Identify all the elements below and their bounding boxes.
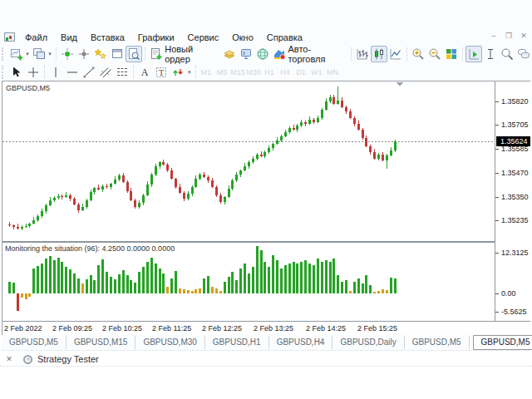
ibeam-icon <box>484 47 497 61</box>
line-chart-mode-button[interactable] <box>387 46 404 62</box>
chevron-down-icon: ▾ <box>26 51 29 57</box>
data-window-button[interactable] <box>482 46 499 62</box>
restore-button[interactable]: ❐ <box>504 32 514 40</box>
autotrading-button[interactable]: Авто-торговля <box>271 46 348 62</box>
objects-button[interactable] <box>92 46 109 62</box>
label-tool-button[interactable]: T <box>153 64 170 81</box>
text-tool-button[interactable]: A <box>136 64 153 81</box>
trendline-button[interactable] <box>81 64 97 81</box>
period-w1-button[interactable]: W1 <box>309 66 325 79</box>
chart-window: GBPUSD,M5 Monitoring the situation (96):… <box>2 81 530 335</box>
chart-tab-gbpusd-daily[interactable]: GBPUSD,Daily <box>332 336 404 349</box>
bar-chart-mode-button[interactable] <box>354 46 371 62</box>
horizontal-line-button[interactable] <box>64 64 81 81</box>
metaeditor-button[interactable] <box>238 46 254 62</box>
globe-icon <box>256 47 269 61</box>
chart-tab-gbpusd-m15[interactable]: GBPUSD,M15 <box>66 336 135 349</box>
price-tick: 1.35820 <box>501 97 529 106</box>
period-m30-button[interactable]: M30 <box>246 66 262 79</box>
menu-window[interactable]: Окно <box>225 32 260 43</box>
gear-icon <box>23 355 32 364</box>
time-tick: 2 Feb 13:25 <box>254 324 293 332</box>
chart-drag-button[interactable] <box>59 46 76 62</box>
channel-button[interactable] <box>97 64 114 81</box>
menu-view[interactable]: Вид <box>54 32 84 43</box>
arrows-tool-button[interactable]: ▾ <box>170 64 193 81</box>
cursor-button[interactable] <box>8 64 25 81</box>
indicator-pane[interactable]: Monitoring the situation (96): 4.2500 0.… <box>2 243 495 321</box>
time-tick: 2 Feb 2022 <box>4 324 42 332</box>
menu-bar: Файл Вид Вставка Графики Сервис Окно Спр… <box>0 30 532 44</box>
crosshair-icon <box>27 66 40 79</box>
search-button[interactable] <box>499 46 515 62</box>
chart-tab-gbpusd-m5-2[interactable]: GBPUSD,M5 <box>405 336 470 349</box>
period-m15-button[interactable]: M15 <box>230 66 246 79</box>
menu-tools[interactable]: Сервис <box>181 32 226 43</box>
toolbar-grip[interactable] <box>2 47 6 61</box>
chat-icon <box>517 47 530 61</box>
price-axis[interactable]: 1.35820 1.35705 1.35585 1.35470 1.35350 … <box>495 81 530 321</box>
magnifier-page-icon <box>127 47 140 61</box>
vertical-line-icon <box>49 66 62 79</box>
candlestick-chart <box>2 81 495 241</box>
vertical-line-button[interactable] <box>47 64 64 81</box>
chat-button[interactable] <box>515 46 532 62</box>
profiles-button[interactable]: ▾ <box>31 46 53 62</box>
fibonacci-button[interactable] <box>114 64 131 81</box>
current-price-tag: 1.35624 <box>496 136 530 146</box>
candlestick-mode-button[interactable] <box>371 46 387 62</box>
chevron-down-icon: ▾ <box>48 51 52 57</box>
chart-tab-gbpusd-m5[interactable]: GBPUSD,M5 <box>2 336 66 349</box>
chart-tab-gbpusd-h1[interactable]: GBPUSD,H1 <box>205 336 269 349</box>
period-m1-button[interactable]: M1 <box>199 66 214 79</box>
svg-text:A: A <box>141 66 149 78</box>
tile-windows-button[interactable] <box>443 46 460 62</box>
indicator-label: Monitoring the situation (96): 4.2500 0.… <box>5 244 175 253</box>
menu-help[interactable]: Справка <box>260 32 309 43</box>
menu-charts[interactable]: Графики <box>131 32 181 43</box>
strategy-tester-label: Strategy Tester <box>37 354 99 364</box>
toolbar-separator <box>195 66 196 79</box>
period-m5-button[interactable]: M5 <box>214 66 230 79</box>
zoom-in-button[interactable] <box>410 46 426 62</box>
chart-shift-button[interactable] <box>466 46 482 62</box>
autotrading-label: Авто-торговля <box>288 44 347 64</box>
menu-insert[interactable]: Вставка <box>84 32 131 43</box>
new-chart-icon <box>10 47 22 61</box>
new-chart-button[interactable]: ▾ <box>8 46 31 62</box>
toolbar-separator <box>351 47 352 61</box>
trendline-icon <box>82 66 96 79</box>
autotrading-icon <box>273 47 286 61</box>
chart-tab-gbpusd-m5-visual[interactable]: GBPUSD,M5 (visual) <box>473 335 532 350</box>
zoom-out-button[interactable] <box>426 46 443 62</box>
chart-tab-gbpusd-m30[interactable]: GBPUSD,M30 <box>135 336 204 349</box>
horizontal-line-icon <box>66 66 79 79</box>
frame-button[interactable] <box>109 46 126 62</box>
period-d1-button[interactable]: D1 <box>293 66 309 79</box>
period-mn-button[interactable]: MN <box>325 66 341 79</box>
menu-file[interactable]: Файл <box>18 32 54 43</box>
candlestick-pane[interactable]: GBPUSD,M5 <box>2 81 495 241</box>
toolbar-grip[interactable] <box>2 66 6 79</box>
period-h4-button[interactable]: H4 <box>278 66 293 79</box>
panel-close-button[interactable]: ✕ <box>3 355 15 363</box>
window-frame-icon <box>111 47 124 61</box>
crosshair-tool-button[interactable] <box>25 64 42 81</box>
preview-button[interactable] <box>126 46 142 62</box>
time-axis[interactable]: 2 Feb 2022 2 Feb 09:25 2 Feb 10:25 2 Feb… <box>2 321 530 335</box>
time-tick: 2 Feb 10:25 <box>102 324 142 332</box>
time-tick: 2 Feb 11:25 <box>152 324 191 332</box>
app-icon <box>4 32 15 42</box>
close-button[interactable]: ✕ <box>519 32 529 40</box>
minimize-button[interactable]: – <box>489 32 499 40</box>
period-h1-button[interactable]: H1 <box>262 66 278 79</box>
depth-of-market-icon <box>223 47 236 61</box>
crosshair-button[interactable] <box>76 46 92 62</box>
bar-chart-icon <box>356 47 369 61</box>
new-order-icon <box>150 47 163 61</box>
chart-tab-gbpusd-h4[interactable]: GBPUSD,H4 <box>269 336 333 349</box>
community-button[interactable] <box>254 46 271 62</box>
depth-of-market-button[interactable] <box>221 46 238 62</box>
time-tick: 2 Feb 12:25 <box>202 324 242 332</box>
new-order-button[interactable]: Новый ордер <box>148 46 221 62</box>
